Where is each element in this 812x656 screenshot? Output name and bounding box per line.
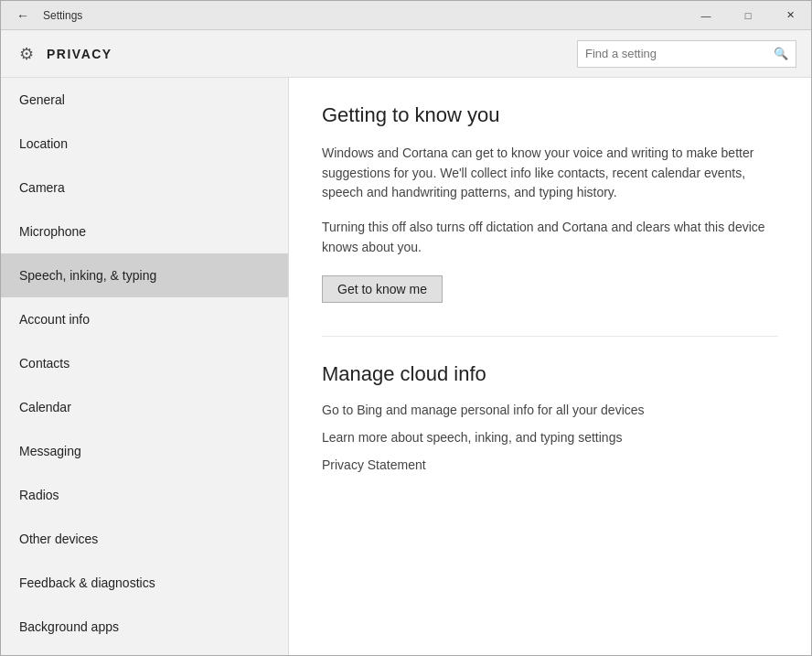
title-bar-left: ← Settings [10,3,82,28]
maximize-button[interactable]: □ [727,1,769,30]
sidebar-item-radios[interactable]: Radios [1,473,288,517]
sidebar-item-calendar[interactable]: Calendar [1,385,288,429]
speech-settings-link[interactable]: Learn more about speech, inking, and typ… [322,430,778,445]
main-content: General Location Camera Microphone Speec… [1,78,811,655]
app-title: PRIVACY [47,47,577,61]
window-controls: — □ ✕ [685,1,811,30]
search-icon: 🔍 [774,47,788,60]
sidebar-item-speech[interactable]: Speech, inking, & typing [1,253,288,297]
getting-to-know-desc1: Windows and Cortana can get to know your… [322,144,778,203]
sidebar-item-microphone[interactable]: Microphone [1,210,288,253]
getting-to-know-title: Getting to know you [322,103,778,127]
sidebar-item-location[interactable]: Location [1,122,288,166]
header-bar: ⚙ PRIVACY 🔍 [1,30,811,78]
sidebar: General Location Camera Microphone Speec… [1,78,289,655]
content-area: Getting to know you Windows and Cortana … [289,78,811,655]
privacy-icon: ⚙ [16,43,37,65]
privacy-statement-link[interactable]: Privacy Statement [322,457,778,472]
sidebar-item-other-devices[interactable]: Other devices [1,517,288,561]
sidebar-item-messaging[interactable]: Messaging [1,429,288,473]
sidebar-item-camera[interactable]: Camera [1,166,288,210]
sidebar-item-contacts[interactable]: Contacts [1,341,288,385]
get-to-know-me-button[interactable]: Get to know me [322,275,443,303]
sidebar-item-background-apps[interactable]: Background apps [1,605,288,649]
title-bar: ← Settings — □ ✕ [1,1,811,30]
sidebar-item-feedback[interactable]: Feedback & diagnostics [1,561,288,605]
sidebar-item-account[interactable]: Account info [1,297,288,341]
manage-cloud-title: Manage cloud info [322,362,778,386]
getting-to-know-desc2: Turning this off also turns off dictatio… [322,218,778,257]
minimize-button[interactable]: — [685,1,727,30]
close-button[interactable]: ✕ [769,1,811,30]
settings-window: ← Settings — □ ✕ ⚙ PRIVACY 🔍 General Loc… [0,0,812,656]
window-title: Settings [43,9,82,22]
sidebar-item-general[interactable]: General [1,78,288,122]
search-input[interactable] [585,47,774,60]
section-divider [322,336,778,337]
bing-link[interactable]: Go to Bing and manage personal info for … [322,403,778,417]
back-button[interactable]: ← [10,3,36,28]
search-box[interactable]: 🔍 [577,40,796,68]
